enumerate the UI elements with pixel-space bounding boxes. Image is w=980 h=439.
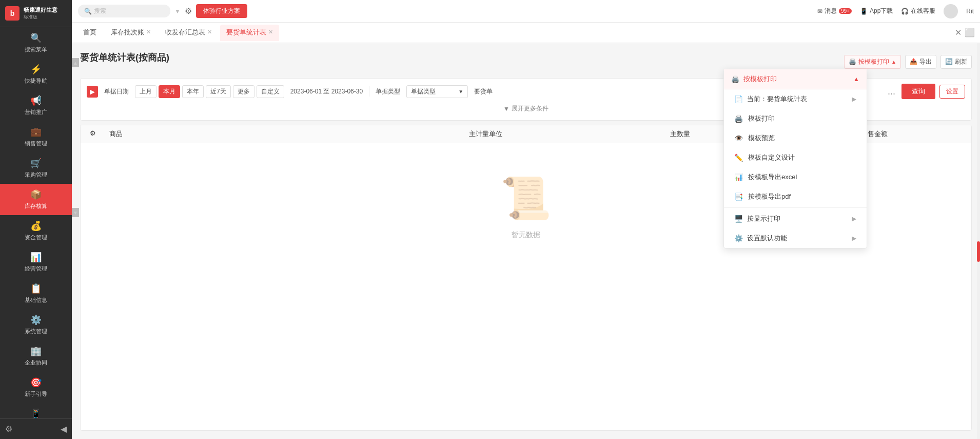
query-button[interactable]: 查询: [901, 84, 935, 99]
search-icon: 🔍: [84, 8, 92, 15]
dropdown-display-print[interactable]: 🖥️ 按显示打印 ▶: [724, 209, 867, 228]
template-preview-icon: 👁️: [734, 134, 743, 142]
col-product: 商品: [105, 125, 388, 143]
search-bar[interactable]: 🔍 搜索: [78, 5, 170, 17]
online-service-item[interactable]: 🎧 在线客服: [901, 7, 935, 15]
sidebar-bottom: ⚙ ◀: [0, 418, 72, 439]
export-icon: 📤: [910, 58, 917, 65]
collapse-icon[interactable]: ◀: [61, 424, 67, 434]
printer-header-icon: 🖨️: [731, 75, 739, 83]
print-template-button[interactable]: 🖨️ 按模板打印 ▲: [844, 55, 901, 69]
message-badge: 99+: [839, 8, 852, 14]
date-btn-7days[interactable]: 近7天: [206, 85, 231, 98]
tab-close-all-button[interactable]: ✕: [955, 28, 962, 37]
sidebar-nav: 🔍 搜索菜单 ⚡ 快捷导航 📢 营销推广 💼 销售管理 🛒 采购管理 📦 库存核…: [0, 27, 72, 418]
trial-button[interactable]: 体验行业方案: [196, 4, 247, 18]
sidebar-item-purchase[interactable]: 🛒 采购管理: [0, 152, 72, 184]
sidebar-item-newbie[interactable]: 🎯 新手引导: [0, 372, 72, 403]
sidebar-item-finance[interactable]: 💰 资金管理: [0, 215, 72, 246]
col-unit: 主计量单位: [388, 125, 583, 143]
operations-icon: 📊: [30, 252, 42, 263]
dropdown-template-design[interactable]: ✏️ 模板自定义设计: [724, 148, 867, 167]
sidebar-item-sales[interactable]: 💼 销售管理: [0, 121, 72, 152]
tab-home[interactable]: 首页: [77, 25, 103, 41]
page-title: 要货单统计表(按商品): [80, 51, 169, 64]
dropdown-current-item[interactable]: 📄 当前：要货单统计表 ▶: [724, 89, 867, 109]
expand-conditions-button[interactable]: ▼ 展开更多条件: [497, 102, 555, 115]
sidebar-item-operations[interactable]: 📊 经营管理: [0, 246, 72, 278]
date-btn-custom[interactable]: 自定义: [257, 85, 284, 98]
tab-receipt-summary[interactable]: 收发存汇总表 ✕: [159, 25, 218, 41]
print-template-dropdown: 🖨️ 按模板打印 ▲ 📄 当前：要货单统计表 ▶ 🖨️ 模板打印 👁️ 模板预览…: [723, 69, 867, 249]
template-print-icon: 🖨️: [734, 114, 743, 123]
empty-text: 暂无数据: [512, 231, 540, 240]
settings-icon[interactable]: ⚙: [5, 424, 12, 434]
order-type-select[interactable]: 单据类型 ▼: [406, 85, 468, 98]
message-icon: ✉: [817, 8, 822, 15]
tab-close-receipt-summary[interactable]: ✕: [207, 29, 212, 35]
message-item[interactable]: ✉ 消息 99+: [817, 7, 852, 15]
sidebar-item-app-center[interactable]: 📱 应用中心: [0, 403, 72, 418]
app-download-item[interactable]: 📱 App下载: [860, 7, 893, 15]
tab-batch-account[interactable]: 库存批次账 ✕: [105, 25, 157, 41]
dropdown-header[interactable]: 🖨️ 按模板打印 ▲: [724, 69, 867, 89]
sidebar-scroll-down[interactable]: ▼: [72, 208, 79, 217]
more-options-button[interactable]: ...: [886, 84, 897, 99]
system-icon: ⚙️: [30, 314, 42, 326]
app-center-icon: 📱: [30, 408, 42, 418]
tab-maximize-button[interactable]: ⬜: [965, 28, 975, 37]
settings-button[interactable]: 设置: [939, 85, 965, 99]
dropdown-divider-1: [724, 207, 867, 208]
marketing-icon: 📢: [30, 95, 42, 106]
newbie-icon: 🎯: [30, 377, 42, 388]
sidebar-item-system[interactable]: ⚙️ 系统管理: [0, 309, 72, 340]
tab-order-stats[interactable]: 要货单统计表 ✕: [220, 25, 279, 41]
sidebar-scroll-up[interactable]: ▲: [72, 58, 79, 67]
date-btn-last-month[interactable]: 上月: [135, 85, 156, 98]
tab-close-batch-account[interactable]: ✕: [146, 29, 151, 35]
date-btn-more[interactable]: 更多: [233, 85, 254, 98]
enterprise-icon: 🏢: [30, 346, 42, 357]
sidebar-item-search[interactable]: 🔍 搜索菜单: [0, 27, 72, 59]
date-filter-label: 单据日期: [104, 87, 129, 96]
col-settings[interactable]: ⚙: [81, 125, 105, 143]
chevron-up-icon: ▲: [891, 59, 896, 65]
date-btn-this-month[interactable]: 本月: [159, 85, 180, 98]
order-goods-label: 要货单: [474, 87, 493, 96]
arrow-right-icon-3: ▶: [852, 235, 856, 242]
sidebar: b 畅康通好生意 标准版 ▲ ▼ 🔍 搜索菜单 ⚡ 快捷导航 📢 营销推广 💼 …: [0, 0, 72, 439]
dropdown-arrow[interactable]: ▼: [174, 8, 181, 15]
finance-icon: 💰: [30, 220, 42, 232]
export-pdf-icon: 📑: [734, 193, 743, 201]
sidebar-item-quick-nav[interactable]: ⚡ 快捷导航: [0, 59, 72, 90]
tab-bar: 首页 库存批次账 ✕ 收发存汇总表 ✕ 要货单统计表 ✕ ✕ ⬜: [72, 23, 980, 43]
printer-icon: 🖨️: [849, 58, 856, 65]
filter-divider: [369, 86, 369, 97]
filter-expand-icon[interactable]: ▶: [87, 86, 98, 98]
dropdown-export-excel[interactable]: 📊 按模板导出excel: [724, 167, 867, 187]
dropdown-template-print[interactable]: 🖨️ 模板打印: [724, 109, 867, 128]
user-name: Rit: [966, 8, 974, 15]
sidebar-item-marketing[interactable]: 📢 营销推广: [0, 90, 72, 121]
dropdown-export-pdf[interactable]: 📑 按模板导出pdf: [724, 187, 867, 206]
export-excel-icon: 📊: [734, 173, 743, 181]
export-button[interactable]: 📤 导出: [905, 55, 936, 69]
sidebar-item-enterprise[interactable]: 🏢 企业协同: [0, 340, 72, 372]
inventory-icon: 📦: [30, 189, 42, 200]
date-btn-this-year[interactable]: 本年: [182, 85, 204, 98]
sidebar-item-basic-info[interactable]: 📋 基础信息: [0, 278, 72, 309]
user-avatar[interactable]: [944, 4, 958, 18]
scrollbar-thumb[interactable]: [977, 241, 980, 262]
expand-down-icon: ▼: [503, 105, 509, 112]
headset-icon: 🎧: [901, 8, 909, 15]
sidebar-item-inventory[interactable]: 📦 库存核算: [0, 184, 72, 215]
template-design-icon: ✏️: [734, 154, 743, 162]
dropdown-template-preview[interactable]: 👁️ 模板预览: [724, 128, 867, 148]
sales-icon: 💼: [30, 126, 42, 138]
tab-close-order-stats[interactable]: ✕: [268, 29, 273, 35]
refresh-button[interactable]: 🔄 刷新: [940, 55, 972, 69]
sidebar-logo: b 畅康通好生意 标准版: [0, 0, 72, 27]
gear-icon[interactable]: ⚙: [185, 6, 192, 16]
set-default-icon: ⚙️: [734, 234, 743, 242]
dropdown-set-default[interactable]: ⚙️ 设置默认功能 ▶: [724, 228, 867, 248]
